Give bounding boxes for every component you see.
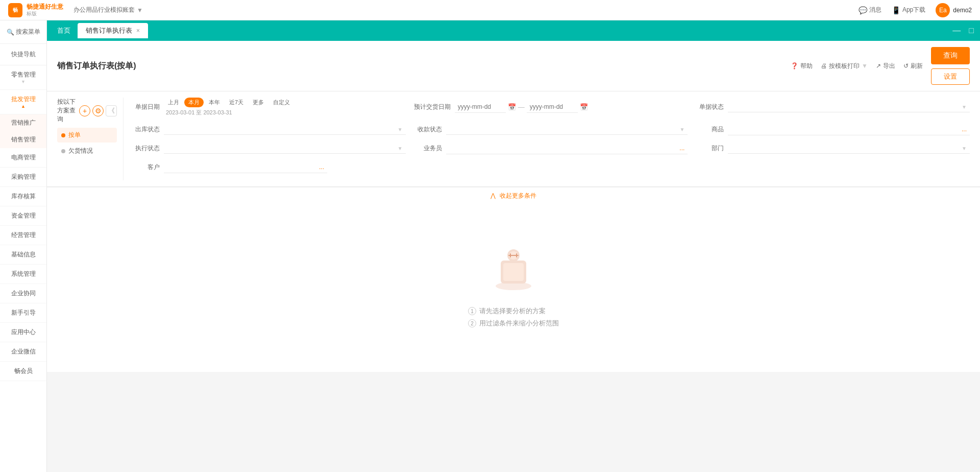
quick-nav-button[interactable]: 快捷导航 — [0, 47, 46, 62]
sidebar-item-label: 零售管理 — [2, 70, 44, 79]
product-select[interactable]: ... — [728, 124, 970, 135]
refresh-button[interactable]: ↺ 刷新 — [903, 62, 923, 70]
filter-main: 单据日期 上月 本月 本年 近7天 更多 自定义 — [124, 98, 970, 180]
empty-tips: 1 请先选择要分析的方案 2 用过滤条件来缩小分析范围 — [468, 306, 559, 331]
settings-button[interactable]: 设置 — [931, 68, 970, 85]
page-header: 销售订单执行表(按单) ❓ 帮助 🖨 按模板打印 ▼ ↗ — [47, 41, 980, 91]
tab-bar: 首页 销售订单执行表 × — □ — [47, 20, 980, 41]
sidebar-item-label: 基础信息 — [2, 250, 44, 259]
tip-num-1: 1 — [468, 307, 476, 315]
sidebar-item-label: 经营管理 — [2, 231, 44, 240]
date-tab-last-month[interactable]: 上月 — [164, 98, 183, 107]
search-menu-button[interactable]: 🔍 搜索菜单 — [4, 25, 42, 39]
sidebar-item-label: 应用中心 — [2, 328, 44, 337]
sidebar-item-enterprise-wechat[interactable]: 企业微信 — [0, 342, 46, 362]
tab-sales-order[interactable]: 销售订单执行表 × — [78, 23, 148, 38]
active-dot-icon — [61, 133, 65, 137]
sidebar-item-retail[interactable]: 零售管理 ▼ — [0, 65, 46, 90]
minimize-icon[interactable]: — — [950, 24, 963, 37]
sidebar-item-basic-info[interactable]: 基础信息 — [0, 245, 46, 265]
restore-icon[interactable]: □ — [967, 24, 976, 37]
customer-more-icon[interactable]: ... — [319, 163, 324, 171]
collapse-more-conditions-bar[interactable]: ⋀ 收起更多条件 — [47, 187, 980, 204]
payment-status-label: 收款状态 — [414, 125, 442, 134]
filter-row-4: 客户 ... — [132, 161, 970, 173]
tab-home[interactable]: 首页 — [51, 23, 77, 38]
filter-scheme-item-order[interactable]: 按单 — [57, 128, 117, 143]
export-button[interactable]: ↗ 导出 — [876, 62, 895, 70]
expected-date-start-input[interactable] — [455, 101, 506, 113]
sidebar-item-label: 企业微信 — [2, 347, 44, 356]
empty-illustration — [488, 245, 539, 296]
delivery-status-select[interactable]: ▼ — [164, 125, 406, 135]
exec-status-select[interactable]: ▼ — [164, 144, 406, 154]
salesperson-select[interactable]: ... — [446, 143, 688, 154]
sidebar-item-onboarding[interactable]: 新手引导 — [0, 303, 46, 323]
filter-panel: 按以下方案查询 + ⚙ 《 按单 — [47, 91, 980, 187]
query-button[interactable]: 查询 — [931, 47, 970, 64]
app-download-button[interactable]: 📱 App下载 — [892, 6, 925, 14]
empty-tip-2: 2 用过滤条件来缩小分析范围 — [468, 319, 559, 328]
sidebar-sub-marketing: 营销推广 销售管理 — [0, 114, 46, 148]
sidebar-item-label: 采购管理 — [2, 173, 44, 181]
department-label: 部门 — [696, 144, 724, 153]
help-button[interactable]: ❓ 帮助 — [791, 62, 813, 70]
date-tab-this-year[interactable]: 本年 — [205, 98, 224, 107]
doc-status-select[interactable]: ▼ — [728, 102, 970, 112]
inactive-dot-icon — [61, 149, 65, 153]
exec-status-label: 执行状态 — [132, 144, 160, 153]
department-select[interactable]: ▼ — [728, 144, 970, 154]
sidebar-item-inventory[interactable]: 库存核算 — [0, 187, 46, 206]
sidebar-item-member[interactable]: 畅会员 — [0, 362, 46, 381]
sidebar-item-label: 新手引导 — [2, 309, 44, 317]
payment-status-select[interactable]: ▼ — [446, 125, 688, 135]
filter-field-delivery-status: 出库状态 ▼ — [132, 125, 406, 135]
date-tab-more[interactable]: 更多 — [249, 98, 268, 107]
top-bar-left: 畅 畅捷通好生意 标版 办公用品行业模拟账套 ▼ — [8, 3, 143, 17]
sidebar-item-label: 畅会员 — [2, 367, 44, 375]
date-tabs: 上月 本月 本年 近7天 更多 自定义 — [164, 98, 294, 107]
settings-scheme-button[interactable]: ⚙ — [92, 105, 104, 116]
filter-sidebar-actions: + ⚙ 《 — [79, 105, 117, 116]
sidebar-item-app-center[interactable]: 应用中心 — [0, 323, 46, 342]
user-name: demo2 — [953, 7, 972, 14]
sidebar-item-sales[interactable]: 销售管理 — [0, 131, 46, 148]
sidebar-item-label: 系统管理 — [2, 270, 44, 278]
breadcrumb[interactable]: 办公用品行业模拟账套 ▼ — [74, 6, 143, 14]
sidebar-item-operations[interactable]: 经营管理 — [0, 226, 46, 245]
sidebar-item-ecommerce[interactable]: 电商管理 — [0, 148, 46, 168]
customer-select[interactable]: ... — [164, 161, 327, 173]
filter-row-1: 单据日期 上月 本月 本年 近7天 更多 自定义 — [132, 98, 970, 116]
filter-field-department: 部门 ▼ — [696, 144, 970, 154]
sidebar-item-system[interactable]: 系统管理 — [0, 265, 46, 284]
date-tab-7days[interactable]: 近7天 — [225, 98, 248, 107]
action-buttons: 查询 设置 — [931, 47, 970, 85]
top-bar: 畅 畅捷通好生意 标版 办公用品行业模拟账套 ▼ 💬 消息 📱 App下载 — [0, 0, 980, 20]
collapse-scheme-button[interactable]: 《 — [106, 105, 117, 116]
date-label: 单据日期 — [132, 103, 160, 111]
tab-close-icon[interactable]: × — [136, 27, 140, 34]
filter-scheme-item-shortage[interactable]: 欠货情况 — [57, 144, 117, 158]
message-button[interactable]: 💬 消息 — [859, 6, 881, 14]
sidebar-item-finance[interactable]: 资金管理 — [0, 206, 46, 226]
filter-field-date: 单据日期 上月 本月 本年 近7天 更多 自定义 — [132, 98, 406, 116]
sidebar-item-marketing[interactable]: 营销推广 — [0, 114, 46, 131]
date-tab-this-month[interactable]: 本月 — [184, 98, 204, 107]
calendar-end-icon[interactable]: 📅 — [580, 103, 588, 111]
salesperson-more-icon[interactable]: ... — [679, 145, 684, 152]
date-tab-custom[interactable]: 自定义 — [269, 98, 294, 107]
sidebar-item-enterprise-collab[interactable]: 企业协同 — [0, 284, 46, 303]
sidebar-item-label: 批发管理 — [2, 95, 44, 104]
product-more-icon[interactable]: ... — [962, 126, 967, 133]
add-scheme-button[interactable]: + — [79, 105, 90, 116]
calendar-start-icon[interactable]: 📅 — [508, 103, 516, 111]
expected-date-end-input[interactable] — [527, 101, 578, 113]
sidebar-item-wholesale[interactable]: 批发管理 ▲ — [0, 90, 46, 114]
filter-field-doc-status: 单据状态 ▼ — [696, 102, 970, 112]
page-content: 销售订单执行表(按单) ❓ 帮助 🖨 按模板打印 ▼ ↗ — [47, 41, 980, 472]
print-button[interactable]: 🖨 按模板打印 ▼ — [821, 62, 868, 70]
user-avatar: Ea — [936, 3, 950, 17]
app-logo: 畅 — [8, 3, 22, 17]
sidebar-item-purchase[interactable]: 采购管理 — [0, 168, 46, 187]
user-menu[interactable]: Ea demo2 — [936, 3, 972, 17]
